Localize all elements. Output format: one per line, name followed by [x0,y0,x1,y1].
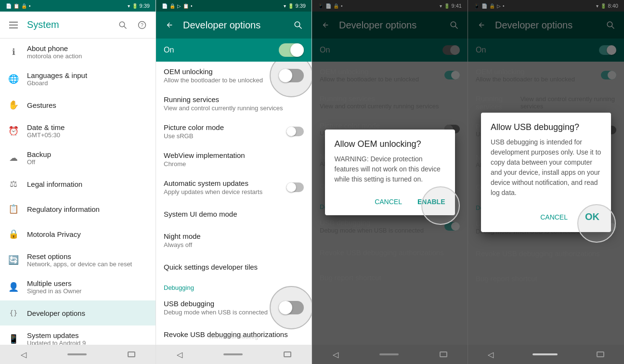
quick-tiles-item-2[interactable]: Quick settings developer tiles [156,254,312,279]
nav-back-3[interactable]: ◁ [333,350,338,359]
night-mode-subtitle-2: Always off [164,241,304,248]
notif-icon-3: 🔒 [21,3,27,9]
picture-color-text-2: Picture color mode Use sRGB [164,123,286,140]
users-title: Multiple users [27,279,148,287]
sidebar-item-languages[interactable]: 🌐 Languages & input Gboard [0,65,156,92]
time-2: 9:39 [296,3,306,9]
oem-unlocking-item-2[interactable]: OEM unlocking Allow the bootloader to be… [156,62,312,90]
privacy-icon: 🔒 [8,228,19,240]
nav-recents-3[interactable] [440,351,447,357]
gestures-title: Gestures [27,101,148,109]
webview-title-2: WebView implementation [164,151,304,159]
svg-point-7 [295,22,300,27]
ui-demo-title-2: System UI demo mode [164,210,304,218]
nav-recents-2[interactable] [284,351,291,357]
about-title: About phone [27,44,148,52]
nav-recents-1[interactable] [128,351,135,357]
notif-2e: • [191,3,193,9]
usb-debug-item-2[interactable]: USB debugging Debug mode when USB is con… [156,294,312,322]
gestures-icon: ✋ [8,99,19,111]
notif-2b: 🔒 [169,3,175,9]
ok-button-4[interactable]: OK [577,208,607,226]
svg-point-3 [119,22,125,27]
regulatory-title: Regulatory information [27,205,148,213]
running-services-title-2: Running services [164,95,304,104]
sidebar-item-gestures[interactable]: ✋ Gestures [0,92,156,117]
reset-text: Reset options Network, apps, or device c… [27,252,148,268]
panel-system: 📄 📋 🔒 • ▾ 🔋 9:39 System ? [0,0,156,364]
about-icon: ℹ [8,46,19,58]
nav-back-1[interactable]: ◁ [21,350,26,359]
sidebar-item-datetime[interactable]: ⏰ Date & time GMT+05:30 [0,117,156,144]
svg-text:?: ? [141,22,143,27]
dev-settings-list-2: OEM unlocking Allow the bootloader to be… [156,62,312,345]
svg-line-8 [299,26,301,28]
help-icon-1[interactable]: ? [136,19,148,31]
sidebar-item-privacy[interactable]: 🔒 Motorola Privacy [0,221,156,247]
webview-item-2[interactable]: WebView implementation Chrome [156,145,312,173]
nav-recents-4[interactable] [597,351,604,357]
nav-home-4[interactable] [533,353,558,355]
updates-title: System updates [27,331,148,339]
oem-title-2: OEM unlocking [164,67,279,76]
auto-updates-subtitle-2: Apply updates when device restarts [164,188,286,195]
backup-subtitle: Off [27,158,148,166]
developer-title: Developer options [27,309,148,317]
cancel-button-3[interactable]: Cancel [369,194,408,209]
legal-text: Legal information [27,180,148,188]
sidebar-item-about[interactable]: ℹ About phone motorola one action [0,39,156,65]
dialog-overlay-4: Allow USB debugging? USB debugging is in… [468,0,624,345]
picture-color-title-2: Picture color mode [164,123,286,131]
cancel-button-4[interactable]: Cancel [534,208,573,226]
sidebar-item-developer[interactable]: {} Developer options [0,300,156,325]
back-icon-2[interactable] [164,19,175,31]
nav-home-3[interactable] [379,353,399,355]
ui-demo-text-2: System UI demo mode [164,210,304,218]
nav-home-2[interactable] [223,353,243,355]
sidebar-item-users[interactable]: 👤 Multiple users Signed in as Owner [0,273,156,300]
users-icon: 👤 [8,281,19,293]
nav-back-4[interactable]: ◁ [488,350,494,359]
search-icon-1[interactable] [117,19,129,31]
regulatory-text: Regulatory information [27,205,148,213]
revoke-usb-title-2: Revoke USB debugging authorizations [164,330,304,338]
picture-color-toggle-2[interactable] [286,127,304,136]
page-title-2: Developer options [183,20,285,31]
nav-bar-2: ◁ [156,345,312,364]
nav-back-2[interactable]: ◁ [177,350,182,359]
status-icons-right-1: ▾ 🔋 9:39 [128,3,150,9]
sidebar-item-regulatory[interactable]: 📋 Regulatory information [0,196,156,221]
sidebar-list: ℹ About phone motorola one action 🌐 Lang… [0,39,156,345]
status-icons-left-2: 📄 🔒 ▷ 📋 • [162,3,193,9]
search-icon-2[interactable] [292,19,304,31]
sidebar-item-backup[interactable]: ☁ Backup Off [0,144,156,171]
sidebar-item-legal[interactable]: ⚖ Legal information [0,171,156,196]
night-mode-item-2[interactable]: Night mode Always off [156,226,312,254]
sidebar-item-updates[interactable]: 📱 System updates Updated to Android 9 [0,325,156,345]
nav-home-1[interactable] [67,353,87,355]
dialog-actions-3: Cancel Enable [325,192,455,215]
auto-updates-toggle-2[interactable] [286,182,304,192]
usb-toggle-2[interactable] [279,301,304,314]
quick-tiles-title-2: Quick settings developer tiles [164,263,304,271]
backup-title: Backup [27,150,148,158]
drawer-icon[interactable] [8,19,19,31]
about-text: About phone motorola one action [27,44,148,60]
oem-toggle-2[interactable] [279,69,304,82]
usb-toggle-container-2 [279,301,304,314]
status-icons-right-2: ▾ 🔋 9:39 [284,3,306,9]
notif-2a: 📄 [162,3,168,9]
ui-demo-item-2[interactable]: System UI demo mode [156,201,312,226]
toggle-knob-2 [290,43,304,57]
auto-updates-item-2[interactable]: Automatic system updates Apply updates w… [156,173,312,201]
sidebar-item-reset[interactable]: 🔄 Reset options Network, apps, or device… [0,247,156,273]
on-toggle-2[interactable] [279,43,304,57]
enable-button-3[interactable]: Enable [412,194,451,209]
dialog-body-3: WARNING: Device protection features will… [325,154,455,192]
regulatory-icon: 📋 [8,203,19,215]
picture-color-item-2[interactable]: Picture color mode Use sRGB [156,117,312,145]
notif-icon-4: • [29,3,31,9]
dialog-overlay-3: Allow OEM unlocking? WARNING: Device pro… [312,0,468,345]
app-bar-1: System ? [0,12,156,39]
night-mode-title-2: Night mode [164,232,304,240]
